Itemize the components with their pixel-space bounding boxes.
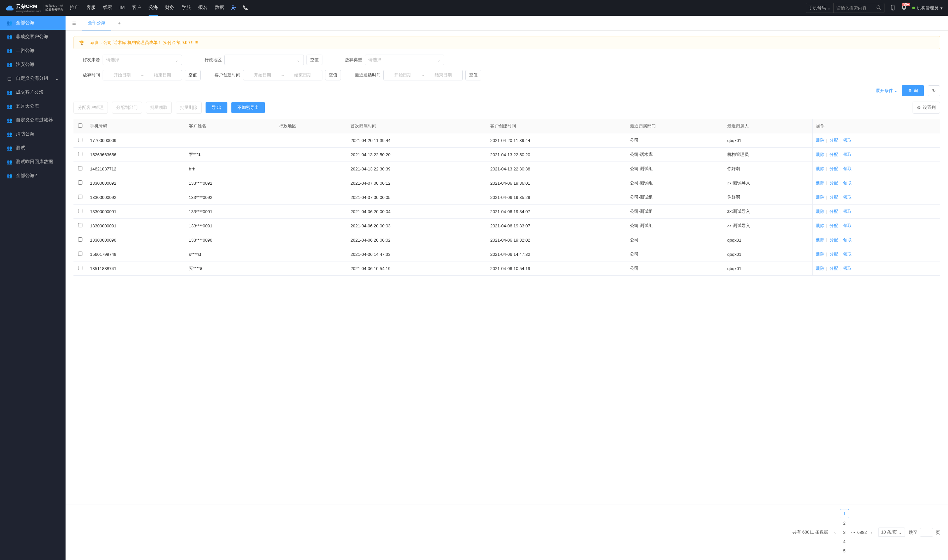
last-call-range[interactable]: 开始日期~结束日期 — [383, 70, 463, 80]
abandon-time-empty-button[interactable]: 空值 — [185, 70, 201, 80]
delete-link[interactable]: 删除 — [816, 266, 825, 271]
row-checkbox[interactable] — [78, 252, 82, 256]
claim-link[interactable]: 领取 — [843, 138, 852, 143]
row-checkbox[interactable] — [78, 266, 82, 270]
bell-icon[interactable]: 99+ — [901, 5, 907, 12]
search-input[interactable] — [834, 6, 874, 11]
assign-manager-button[interactable]: 分配客户经理 — [74, 102, 108, 114]
tab-add-icon[interactable]: ＋ — [111, 16, 128, 30]
export-plain-button[interactable]: 不加密导出 — [231, 102, 265, 113]
refresh-button[interactable]: ↻ — [928, 85, 940, 96]
phone-icon[interactable] — [243, 5, 249, 12]
nav-推广[interactable]: 推广 — [70, 0, 79, 16]
delete-link[interactable]: 删除 — [816, 195, 825, 200]
create-time-empty-button[interactable]: 空值 — [325, 70, 341, 80]
sidebar-item-消防公海[interactable]: 👥消防公海 — [0, 127, 66, 141]
region-empty-button[interactable]: 空值 — [306, 55, 322, 65]
delete-link[interactable]: 删除 — [816, 166, 825, 171]
nav-报名[interactable]: 报名 — [198, 0, 208, 16]
assign-link[interactable]: 分配 — [830, 152, 838, 157]
nav-客服[interactable]: 客服 — [86, 0, 95, 16]
row-checkbox[interactable] — [78, 166, 82, 171]
sidebar-item-全部公海2[interactable]: 👥全部公海2 — [0, 169, 66, 183]
delete-link[interactable]: 删除 — [816, 223, 825, 228]
claim-link[interactable]: 领取 — [843, 152, 852, 157]
claim-link[interactable]: 领取 — [843, 252, 852, 257]
delete-link[interactable]: 删除 — [816, 209, 825, 214]
settings-columns-button[interactable]: ⚙设置列 — [913, 102, 940, 114]
row-checkbox[interactable] — [78, 237, 82, 242]
sidebar-item-全部公海[interactable]: 👥全部公海 — [0, 16, 66, 30]
page-5[interactable]: 5 — [840, 546, 849, 555]
claim-link[interactable]: 领取 — [843, 209, 852, 214]
search-icon[interactable] — [874, 5, 884, 11]
assign-link[interactable]: 分配 — [830, 138, 838, 143]
create-time-range[interactable]: 开始日期~结束日期 — [243, 70, 322, 80]
assign-link[interactable]: 分配 — [830, 252, 838, 257]
abandon-type-select[interactable]: 请选择⌄ — [365, 55, 444, 65]
batch-delete-button[interactable]: 批量删除 — [176, 102, 202, 114]
select-all-checkbox[interactable] — [78, 123, 82, 128]
prev-page-icon[interactable]: ‹ — [832, 530, 837, 535]
row-checkbox[interactable] — [78, 209, 82, 213]
delete-link[interactable]: 删除 — [816, 252, 825, 257]
add-user-icon[interactable] — [231, 5, 237, 12]
query-button[interactable]: 查 询 — [902, 85, 924, 96]
sidebar-item-自定义公海过滤器[interactable]: 👥自定义公海过滤器 — [0, 113, 66, 127]
row-checkbox[interactable] — [78, 223, 82, 228]
tab-active[interactable]: 全部公海 — [82, 16, 111, 31]
assign-link[interactable]: 分配 — [830, 237, 838, 242]
last-call-empty-button[interactable]: 空值 — [465, 70, 481, 80]
claim-link[interactable]: 领取 — [843, 223, 852, 228]
sidebar-item-注安公海[interactable]: 👥注安公海 — [0, 58, 66, 71]
page-3[interactable]: 3 — [840, 528, 849, 537]
search-type-select[interactable]: 手机号码 ⌄ — [806, 3, 834, 12]
assign-link[interactable]: 分配 — [830, 195, 838, 200]
sidebar-item-五月天公海[interactable]: 👥五月天公海 — [0, 99, 66, 113]
assign-link[interactable]: 分配 — [830, 166, 838, 171]
export-button[interactable]: 导 出 — [206, 102, 228, 113]
page-1[interactable]: 1 — [840, 509, 849, 518]
claim-link[interactable]: 领取 — [843, 237, 852, 242]
batch-claim-button[interactable]: 批量领取 — [146, 102, 172, 114]
claim-link[interactable]: 领取 — [843, 195, 852, 200]
assign-dept-button[interactable]: 分配到部门 — [112, 102, 142, 114]
delete-link[interactable]: 删除 — [816, 138, 825, 143]
page-2[interactable]: 2 — [840, 518, 849, 528]
nav-数据[interactable]: 数据 — [215, 0, 224, 16]
sidebar-item-非成交客户公海[interactable]: 👥非成交客户公海 — [0, 30, 66, 44]
delete-link[interactable]: 删除 — [816, 180, 825, 185]
assign-link[interactable]: 分配 — [830, 223, 838, 228]
claim-link[interactable]: 领取 — [843, 166, 852, 171]
mobile-icon[interactable] — [890, 5, 896, 12]
tab-toggle-icon[interactable]: ☰ — [68, 17, 80, 29]
page-size-select[interactable]: 10 条/页⌄ — [878, 528, 905, 537]
sidebar-item-二咨公海[interactable]: 👥二咨公海 — [0, 44, 66, 58]
expand-filters-link[interactable]: 展开条件 ⌄ — [876, 88, 898, 94]
row-checkbox[interactable] — [78, 195, 82, 199]
assign-link[interactable]: 分配 — [830, 180, 838, 185]
page-4[interactable]: 4 — [840, 537, 849, 546]
nav-线索[interactable]: 线索 — [103, 0, 112, 16]
claim-link[interactable]: 领取 — [843, 180, 852, 185]
row-checkbox[interactable] — [78, 180, 82, 185]
nav-公海[interactable]: 公海 — [149, 0, 158, 16]
assign-link[interactable]: 分配 — [830, 209, 838, 214]
row-checkbox[interactable] — [78, 138, 82, 142]
abandon-time-range[interactable]: 开始日期~结束日期 — [103, 70, 182, 80]
delete-link[interactable]: 删除 — [816, 152, 825, 157]
nav-IM[interactable]: IM — [120, 0, 125, 16]
jump-page-input[interactable] — [920, 528, 933, 537]
sidebar-item-测试[interactable]: 👥测试 — [0, 141, 66, 155]
claim-link[interactable]: 领取 — [843, 266, 852, 271]
region-select[interactable]: ⌄ — [225, 55, 304, 65]
assign-link[interactable]: 分配 — [830, 266, 838, 271]
friend-source-select[interactable]: 请选择⌄ — [103, 55, 182, 65]
nav-学服[interactable]: 学服 — [182, 0, 191, 16]
user-menu[interactable]: 机构管理员 ▾ — [912, 5, 943, 11]
sidebar-item-自定义公海分组[interactable]: ▢自定义公海分组⌄ — [0, 71, 66, 85]
sidebar-item-测试昨日回库数据[interactable]: 👥测试昨日回库数据 — [0, 155, 66, 169]
nav-财务[interactable]: 财务 — [165, 0, 174, 16]
delete-link[interactable]: 删除 — [816, 237, 825, 242]
next-page-icon[interactable]: › — [869, 530, 874, 535]
